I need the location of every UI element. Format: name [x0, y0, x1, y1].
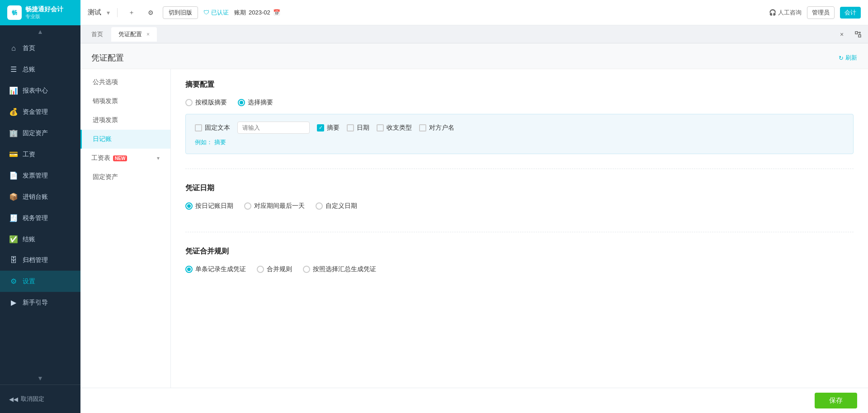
- tab-home[interactable]: 首页: [84, 27, 110, 42]
- sidebar-label-invoice: 发票管理: [23, 172, 48, 180]
- sidebar-item-settlement[interactable]: ✅ 结账: [0, 229, 80, 250]
- checkbox-fixed-text-label: 固定文本: [205, 124, 230, 132]
- refresh-icon: ↻: [839, 55, 844, 61]
- content-area: 凭证配置 ↻ 刷新 公共选项 销项发票: [80, 43, 868, 413]
- nav-label-journal: 日记账: [93, 135, 112, 142]
- merge-rule-radio-group: 单条记录生成凭证 合并规则 按照选择汇总生成凭证: [185, 265, 854, 273]
- right-content: 摘要配置 按模版摘要 选择摘要: [171, 69, 868, 388]
- sidebar-item-tax[interactable]: 🧾 税务管理: [0, 207, 80, 229]
- radio-template-label: 按模版摘要: [195, 99, 227, 107]
- checkbox-fixed-text[interactable]: 固定文本: [195, 124, 230, 132]
- summary-config-box: 固定文本 摘要 日期: [185, 114, 854, 154]
- sidebar-item-fixed-assets[interactable]: 🏢 固定资产: [0, 122, 80, 144]
- svg-rect-1: [859, 35, 861, 37]
- capital-icon: 💰: [9, 108, 18, 116]
- nav-label-wage-table: 工资表: [91, 154, 110, 162]
- radio-merge[interactable]: 合并规则: [257, 265, 292, 273]
- sidebar-item-invoice[interactable]: 📄 发票管理: [0, 165, 80, 186]
- nav-item-fixed-assets-nav[interactable]: 固定资产: [80, 168, 170, 187]
- cancel-fixed-btn[interactable]: ◀◀ 取消固定: [0, 390, 80, 408]
- refresh-btn[interactable]: ↻ 刷新: [839, 54, 857, 62]
- old-version-btn[interactable]: 切到旧版: [163, 6, 198, 19]
- tab-voucher-config[interactable]: 凭证配置 ×: [111, 27, 157, 42]
- sidebar-item-settings[interactable]: ⚙ 设置: [0, 271, 80, 292]
- radio-journal-date[interactable]: 按日记账日期: [185, 202, 233, 210]
- fixed-text-input[interactable]: [237, 122, 310, 134]
- sidebar-item-capital[interactable]: 💰 资金管理: [0, 101, 80, 122]
- sidebar-item-purchase-sale[interactable]: 📦 进销台账: [0, 186, 80, 207]
- fullscreen-btn[interactable]: [852, 28, 864, 41]
- tab-bar: 首页 凭证配置 × ×: [80, 25, 868, 43]
- report-icon: 📊: [9, 86, 18, 95]
- sidebar-item-wage[interactable]: 💳 工资: [0, 144, 80, 165]
- radio-select-label: 选择摘要: [248, 99, 273, 107]
- sidebar-label-settlement: 结账: [23, 235, 35, 244]
- purchase-sale-icon: 📦: [9, 192, 18, 201]
- radio-custom-date-circle: [316, 202, 323, 210]
- radio-template[interactable]: 按模版摘要: [185, 99, 227, 107]
- checkbox-counterpart[interactable]: 对方户名: [419, 124, 454, 132]
- nav-item-public[interactable]: 公共选项: [80, 73, 170, 92]
- top-bar-right: 🎧 人工咨询 管理员 会计: [769, 6, 861, 19]
- voucher-date-title: 凭证日期: [185, 183, 854, 193]
- sidebar-item-archive[interactable]: 🗄 归档管理: [0, 250, 80, 271]
- checkbox-fixed-text-box: [195, 124, 202, 131]
- settlement-icon: ✅: [9, 235, 18, 244]
- sidebar-item-home[interactable]: ⌂ 首页: [0, 38, 80, 59]
- nav-label-sales-invoice: 销项发票: [93, 97, 118, 104]
- accountant-badge[interactable]: 会计: [840, 7, 861, 19]
- user-badge[interactable]: 管理员: [807, 6, 835, 19]
- nav-item-journal[interactable]: 日记账: [80, 130, 170, 149]
- left-nav: 公共选项 销项发票 进项发票 日记账 工资表: [80, 69, 171, 388]
- page-title: 凭证配置: [91, 52, 124, 63]
- radio-select[interactable]: 选择摘要: [238, 99, 273, 107]
- sidebar-item-report[interactable]: 📊 报表中心: [0, 80, 80, 101]
- nav-item-sales-invoice[interactable]: 销项发票: [80, 92, 170, 111]
- expand-icon: ▾: [157, 155, 160, 161]
- close-window-btn[interactable]: ×: [835, 28, 848, 41]
- radio-single[interactable]: 单条记录生成凭证: [185, 265, 246, 273]
- merge-rule-section: 凭证合并规则 单条记录生成凭证 合并规则: [185, 247, 854, 295]
- radio-journal-date-circle: [185, 202, 193, 210]
- scroll-down-arrow[interactable]: ▼: [0, 372, 80, 385]
- nav-label-fixed-assets-nav: 固定资产: [93, 173, 118, 180]
- sidebar: 畅 畅捷通好会计 专业版 ▲ ⌂ 首页 ☰ 总账 📊 报表中心 💰: [0, 0, 80, 413]
- consult-label: 人工咨询: [778, 9, 802, 17]
- new-badge: NEW: [113, 155, 127, 161]
- checkbox-summary[interactable]: 摘要: [317, 124, 340, 132]
- scroll-up-arrow[interactable]: ▲: [0, 25, 80, 38]
- tab-voucher-config-close[interactable]: ×: [146, 31, 150, 38]
- nav-item-wage-table[interactable]: 工资表 NEW ▾: [80, 149, 170, 168]
- consult-btn[interactable]: 🎧 人工咨询: [769, 9, 802, 17]
- certified-badge: 🛡 已认证: [203, 9, 229, 17]
- calendar-icon[interactable]: 📅: [273, 9, 280, 16]
- radio-by-selection[interactable]: 按照选择汇总生成凭证: [303, 265, 376, 273]
- sidebar-label-report: 报表中心: [23, 87, 48, 95]
- save-button[interactable]: 保存: [815, 393, 857, 408]
- workspace-dropdown-icon[interactable]: ▾: [107, 9, 110, 16]
- sidebar-label-purchase-sale: 进销台账: [23, 193, 48, 201]
- settings-btn[interactable]: ⚙: [144, 6, 157, 19]
- checkbox-date[interactable]: 日期: [347, 124, 369, 132]
- shield-icon: 🛡: [203, 9, 209, 16]
- radio-merge-label: 合并规则: [267, 265, 292, 273]
- add-workspace-btn[interactable]: ＋: [125, 6, 138, 19]
- sidebar-label-fixed-assets: 固定资产: [23, 129, 48, 137]
- radio-custom-date-label: 自定义日期: [326, 202, 357, 210]
- nav-item-purchase-invoice[interactable]: 进项发票: [80, 111, 170, 130]
- sidebar-item-ledger[interactable]: ☰ 总账: [0, 59, 80, 80]
- tab-bar-actions: ×: [835, 28, 864, 41]
- tab-home-label: 首页: [91, 30, 103, 38]
- checkbox-payment-type[interactable]: 收支类型: [377, 124, 412, 132]
- page-header: 凭证配置 ↻ 刷新: [80, 43, 868, 69]
- checkbox-date-box: [347, 124, 354, 131]
- example-text: 例如： 摘要: [195, 138, 844, 146]
- sidebar-item-guide[interactable]: ▶ 新手引导: [0, 292, 80, 313]
- radio-custom-date[interactable]: 自定义日期: [316, 202, 357, 210]
- radio-period-last[interactable]: 对应期间最后一天: [244, 202, 305, 210]
- fixed-assets-icon: 🏢: [9, 129, 18, 137]
- logo-icon: 畅: [7, 5, 22, 20]
- nav-label-public: 公共选项: [93, 78, 118, 85]
- summary-config-title: 摘要配置: [185, 80, 854, 89]
- guide-icon: ▶: [9, 298, 18, 307]
